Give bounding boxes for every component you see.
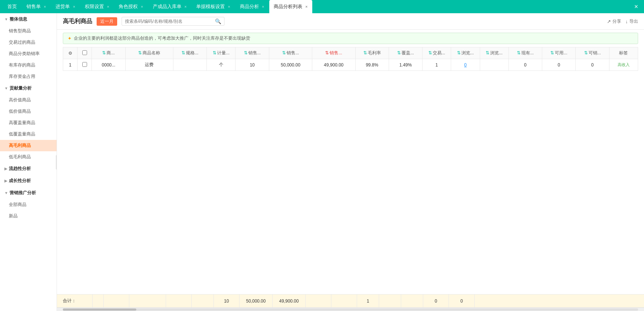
sidebar-item-high-value[interactable]: 高价值商品 xyxy=(0,94,57,106)
scrollbar-thumb[interactable] xyxy=(63,308,136,311)
page-title: 高毛利商品 xyxy=(63,18,92,25)
row-sales-amount: 50,000.00 xyxy=(269,59,312,71)
nav-tab-home[interactable]: 首页 xyxy=(3,0,21,13)
sidebar-item-category-rate[interactable]: 商品分类助销率 xyxy=(0,48,57,59)
col-view2[interactable]: ⇅浏览... xyxy=(480,47,508,59)
close-icon[interactable]: × xyxy=(107,4,109,9)
col-available-stock[interactable]: ⇅可用... xyxy=(542,47,576,59)
nav-tab-analysis[interactable]: 商品分析 × xyxy=(235,0,269,13)
row-transaction: 1 xyxy=(422,59,451,71)
col-gross-margin[interactable]: ⇅毛利率 xyxy=(355,47,389,59)
row-coverage: 1.49% xyxy=(389,59,422,71)
row-unit: 个 xyxy=(207,59,235,71)
sidebar-item-sales-goods[interactable]: 销售型商品 xyxy=(0,25,57,37)
row-spec xyxy=(173,59,206,71)
nav-tab-purchase[interactable]: 进货单 × xyxy=(51,0,79,13)
nav-tab-analysis-list[interactable]: 商品分析列表 × xyxy=(269,0,312,13)
col-code[interactable]: ⇅商... xyxy=(92,47,125,59)
nav-tab-warehouse[interactable]: 产成品入库单 × xyxy=(148,0,191,13)
footer-label: 合计： xyxy=(63,298,92,304)
nav-tab-permission[interactable]: 权限设置 × xyxy=(80,0,114,13)
col-current-stock[interactable]: ⇅现有... xyxy=(508,47,542,59)
row-view1[interactable]: 0 xyxy=(451,59,480,71)
sidebar-item-stock-capital[interactable]: 库存资金占用 xyxy=(0,71,57,82)
sidebar-section-growth[interactable]: ▶ 成长性分析 xyxy=(0,175,57,187)
sidebar-item-low-value[interactable]: 低价值商品 xyxy=(0,106,57,117)
row-checkbox[interactable] xyxy=(78,59,92,71)
nav-tab-sales[interactable]: 销售单 × xyxy=(22,0,50,13)
col-unit[interactable]: ⇅计量... xyxy=(207,47,235,59)
row-sales-profit: 49,900.00 xyxy=(312,59,355,71)
sidebar-item-new-goods[interactable]: 新品 xyxy=(0,210,57,222)
close-icon[interactable]: × xyxy=(305,4,307,9)
top-navigation: 首页 销售单 × 进货单 × 权限设置 × 角色授权 × 产成品入库单 × 单据… xyxy=(0,0,644,13)
horizontal-scrollbar[interactable] xyxy=(57,307,644,311)
data-table: ⚙ ⇅商... ⇅商品名称 ⇅规格... xyxy=(63,47,638,71)
sidebar-section-contribution[interactable]: ▼ 贡献量分析 xyxy=(0,82,57,94)
close-icon[interactable]: × xyxy=(262,4,264,9)
share-icon: ↗ xyxy=(607,19,611,24)
export-button[interactable]: ↓ 导出 xyxy=(626,18,638,25)
sidebar-section-marketing[interactable]: ▼ 营销推广分析 xyxy=(0,187,57,199)
export-icon: ↓ xyxy=(626,19,628,24)
col-sales-qty[interactable]: ⇅销售... xyxy=(235,47,269,59)
col-checkbox[interactable] xyxy=(78,47,92,59)
select-all-checkbox[interactable] xyxy=(82,50,87,55)
chevron-right-icon: ▶ xyxy=(4,179,7,183)
table-row: 1 0000... 运费 个 10 50,000.00 49,900.00 99… xyxy=(63,59,638,71)
row-gross-margin: 99.8% xyxy=(355,59,389,71)
search-box: 🔍 xyxy=(122,17,224,26)
sidebar-item-high-coverage[interactable]: 高覆盖量商品 xyxy=(0,117,57,129)
sidebar-item-all-goods[interactable]: 全部商品 xyxy=(0,199,57,210)
chevron-right-icon: ▶ xyxy=(4,167,7,171)
col-settings[interactable]: ⚙ xyxy=(63,47,78,59)
col-sellable-stock[interactable]: ⇅可销... xyxy=(576,47,609,59)
footer-total: 合计： 10 50,000.00 49,900.00 1 0 0 xyxy=(57,294,644,307)
col-tag[interactable]: 标签 xyxy=(609,47,638,59)
main-layout: « ▼ 整体信息 销售型商品 交易过的商品 商品分类助销率 有库存的商品 库存资… xyxy=(0,13,644,311)
col-view1[interactable]: ⇅浏览... xyxy=(451,47,480,59)
filter-button[interactable]: 近一月 xyxy=(97,17,117,26)
sidebar-section-flow[interactable]: ▶ 流趋性分析 xyxy=(0,163,57,175)
close-icon[interactable]: × xyxy=(44,4,46,9)
settings-icon[interactable]: ⚙ xyxy=(68,51,72,56)
close-icon[interactable]: × xyxy=(184,4,187,9)
header-actions: ↗ 分享 ↓ 导出 xyxy=(607,18,638,25)
search-icon[interactable]: 🔍 xyxy=(215,18,221,24)
share-button[interactable]: ↗ 分享 xyxy=(607,18,621,25)
col-sales-profit[interactable]: ⇅销售... xyxy=(312,47,355,59)
col-spec[interactable]: ⇅规格... xyxy=(173,47,206,59)
sidebar-section-overall[interactable]: ▼ 整体信息 xyxy=(0,13,57,25)
search-input[interactable] xyxy=(125,19,213,24)
window-close-button[interactable]: × xyxy=(631,3,641,11)
nav-tab-template[interactable]: 单据模板设置 × xyxy=(192,0,234,13)
sidebar-item-in-stock-goods[interactable]: 有库存的商品 xyxy=(0,59,57,71)
col-coverage[interactable]: ⇅覆盖... xyxy=(389,47,422,59)
scrollbar-track xyxy=(63,308,638,311)
row-num: 1 xyxy=(63,59,78,71)
col-name[interactable]: ⇅商品名称 xyxy=(125,47,173,59)
row-select-checkbox[interactable] xyxy=(82,62,87,67)
sidebar-item-traded-goods[interactable]: 交易过的商品 xyxy=(0,37,57,48)
chevron-down-icon: ▼ xyxy=(4,191,8,195)
row-tag: 高收入 xyxy=(609,59,638,71)
sidebar-item-high-margin[interactable]: 高毛利商品 xyxy=(0,140,57,151)
sidebar-item-low-coverage[interactable]: 低覆盖量商品 xyxy=(0,129,57,140)
col-transaction[interactable]: ⇅交易... xyxy=(422,47,451,59)
nav-tab-role[interactable]: 角色授权 × xyxy=(114,0,147,13)
footer-transaction: 1 xyxy=(357,294,379,308)
close-icon[interactable]: × xyxy=(73,4,75,9)
info-banner: ✦ 企业的主要的利润都是这部分商品创造的，可考虑加大推广，同时关注库存是不要出现… xyxy=(63,33,638,44)
col-sales-amount[interactable]: ⇅销售... xyxy=(269,47,312,59)
row-available-stock: 0 xyxy=(542,59,576,71)
content-header: 高毛利商品 近一月 🔍 ↗ 分享 ↓ 导出 xyxy=(57,13,644,30)
sidebar-collapse-button[interactable]: « xyxy=(56,155,57,170)
info-icon: ✦ xyxy=(68,36,72,41)
chevron-down-icon: ▼ xyxy=(4,17,8,21)
sidebar-item-low-margin[interactable]: 低毛利商品 xyxy=(0,151,57,163)
footer-available-stock: 0 xyxy=(449,294,474,308)
footer-sales-amount: 50,000.00 xyxy=(239,294,272,308)
close-icon[interactable]: × xyxy=(141,4,143,9)
data-table-container[interactable]: ⚙ ⇅商... ⇅商品名称 ⇅规格... xyxy=(63,47,638,294)
close-icon[interactable]: × xyxy=(228,4,230,9)
